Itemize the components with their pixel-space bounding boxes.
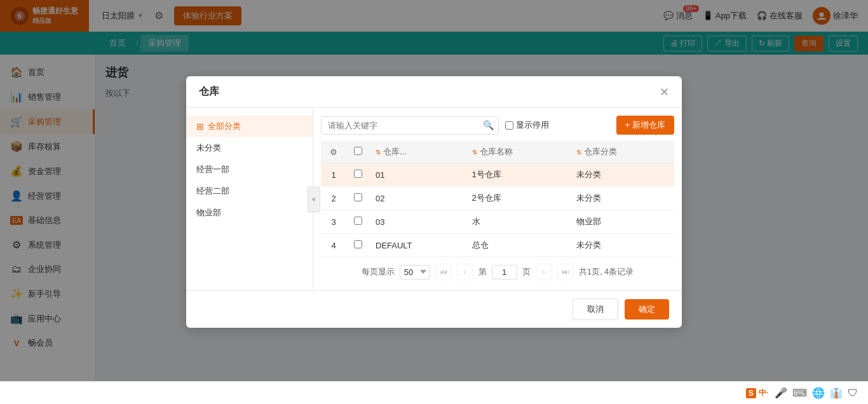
confirm-button[interactable]: 确定 — [625, 299, 669, 320]
tree-item-dept1[interactable]: 经营一部 — [186, 159, 313, 180]
row-2-index: 2 — [321, 187, 346, 210]
page-total-info: 共1页, 4条记录 — [579, 266, 634, 278]
add-warehouse-button[interactable]: + 新增仓库 — [616, 116, 674, 135]
category-tree-panel: ⊞ 全部分类 未分类 经营一部 经营二部 物业部 « — [186, 108, 313, 290]
row-4-category: 未分类 — [570, 234, 674, 257]
search-wrap: 🔍 — [321, 116, 499, 135]
tree-item-dept2[interactable]: 经营二部 — [186, 180, 313, 202]
modal-title: 仓库 — [199, 85, 219, 98]
tree-label-property: 物业部 — [196, 207, 221, 219]
keyboard-icon: ⌨ — [792, 387, 807, 399]
row-1-name: 1号仓库 — [466, 163, 570, 187]
page-label: 第 — [478, 266, 487, 278]
page-number-input[interactable] — [492, 265, 517, 279]
modal-close-button[interactable]: ✕ — [660, 86, 669, 98]
table-head: ⚙ ⇅仓库... ⇅仓库名称 ⇅仓库分类 — [321, 141, 674, 163]
row-3-name: 水 — [466, 210, 570, 234]
row-3-check[interactable] — [346, 210, 369, 234]
tree-label-dept1: 经营一部 — [196, 164, 229, 175]
warehouse-table: ⚙ ⇅仓库... ⇅仓库名称 ⇅仓库分类 1 01 — [321, 141, 674, 257]
row-4-code: DEFAULT — [369, 234, 466, 257]
col-code: ⇅仓库... — [369, 141, 466, 163]
search-input[interactable] — [321, 116, 499, 135]
row-1-check[interactable] — [346, 163, 369, 187]
row-2-category: 未分类 — [570, 187, 674, 210]
table-row[interactable]: 4 DEFAULT 总仓 未分类 — [321, 234, 674, 257]
modal-header: 仓库 ✕ — [186, 76, 682, 108]
show-disabled-label: 显示停用 — [505, 119, 549, 131]
table-wrapper: ⚙ ⇅仓库... ⇅仓库名称 ⇅仓库分类 1 01 — [321, 141, 674, 257]
shield-icon: 🛡 — [848, 387, 858, 399]
translate-icon: 🌐 — [812, 387, 825, 399]
pagination: 每页显示 50 100 200 ⏮ ‹ 第 页 › ⏭ 共1页, 4条记录 — [321, 257, 674, 283]
tree-label-dept2: 经营二部 — [196, 185, 229, 197]
row-2-name: 2号仓库 — [466, 187, 570, 210]
sort-name-icon: ⇅ — [472, 149, 477, 156]
select-all-checkbox[interactable] — [354, 147, 362, 155]
modal-footer: 取消 确定 — [186, 290, 682, 328]
table-row[interactable]: 2 02 2号仓库 未分类 — [321, 187, 674, 210]
tree-collapse-button[interactable]: « — [308, 187, 320, 212]
tree-item-uncat[interactable]: 未分类 — [186, 137, 313, 159]
row-1-code: 01 — [369, 163, 466, 187]
row-4-index: 4 — [321, 234, 346, 257]
row-2-check[interactable] — [346, 187, 369, 210]
row-3-category: 物业部 — [570, 210, 674, 234]
col-check — [346, 141, 369, 163]
modal-body: ⊞ 全部分类 未分类 经营一部 经营二部 物业部 « — [186, 108, 682, 290]
sort-code-icon: ⇅ — [376, 149, 381, 156]
row-4-check[interactable] — [346, 234, 369, 257]
table-row[interactable]: 1 01 1号仓库 未分类 — [321, 163, 674, 187]
mic-icon: 🎤 — [775, 387, 787, 399]
row-2-code: 02 — [369, 187, 466, 210]
table-header-row: ⚙ ⇅仓库... ⇅仓库名称 ⇅仓库分类 — [321, 141, 674, 163]
page-first-btn[interactable]: ⏮ — [435, 264, 452, 280]
row-3-code: 03 — [369, 210, 466, 234]
table-row[interactable]: 3 03 水 物业部 — [321, 210, 674, 234]
status-brand: S 中· — [746, 387, 768, 398]
page-last-btn[interactable]: ⏭ — [557, 264, 574, 280]
shirt-icon: 👔 — [830, 387, 843, 399]
col-gear: ⚙ — [321, 141, 346, 163]
modal-overlay: 仓库 ✕ ⊞ 全部分类 未分类 经营一部 经营二部 — [0, 0, 868, 404]
row-3-index: 3 — [321, 210, 346, 234]
page-next-btn[interactable]: › — [536, 264, 552, 280]
tree-item-property[interactable]: 物业部 — [186, 202, 313, 224]
show-disabled-text: 显示停用 — [516, 119, 549, 131]
page-unit: 页 — [522, 266, 531, 278]
row-1-index: 1 — [321, 163, 346, 187]
table-panel: 🔍 显示停用 + 新增仓库 ⚙ — [313, 108, 682, 290]
tree-item-all[interactable]: ⊞ 全部分类 — [186, 116, 313, 137]
warehouse-modal: 仓库 ✕ ⊞ 全部分类 未分类 经营一部 经营二部 — [186, 76, 682, 328]
sort-cat-icon: ⇅ — [576, 149, 581, 156]
s-icon: S — [746, 388, 756, 398]
status-bar: S 中· 🎤 ⌨ 🌐 👔 🛡 — [0, 381, 868, 404]
show-disabled-checkbox[interactable] — [505, 121, 513, 130]
col-name: ⇅仓库名称 — [466, 141, 570, 163]
row-4-name: 总仓 — [466, 234, 570, 257]
status-icons: 🎤 ⌨ 🌐 👔 🛡 — [775, 387, 858, 399]
col-category: ⇅仓库分类 — [570, 141, 674, 163]
status-brand-text: 中· — [759, 387, 768, 398]
grid-icon: ⊞ — [196, 121, 204, 131]
table-body: 1 01 1号仓库 未分类 2 02 2号仓库 — [321, 163, 674, 257]
col-gear-icon: ⚙ — [330, 147, 337, 157]
tree-label-uncat: 未分类 — [196, 142, 221, 154]
search-icon[interactable]: 🔍 — [483, 120, 494, 130]
page-size-label: 每页显示 — [362, 266, 395, 278]
row-1-category: 未分类 — [570, 163, 674, 187]
cancel-button[interactable]: 取消 — [573, 299, 618, 320]
tree-all-label: 全部分类 — [208, 121, 241, 132]
table-toolbar: 🔍 显示停用 + 新增仓库 — [321, 116, 674, 135]
page-size-select[interactable]: 50 100 200 — [400, 265, 430, 279]
page-prev-btn[interactable]: ‹ — [457, 264, 473, 280]
